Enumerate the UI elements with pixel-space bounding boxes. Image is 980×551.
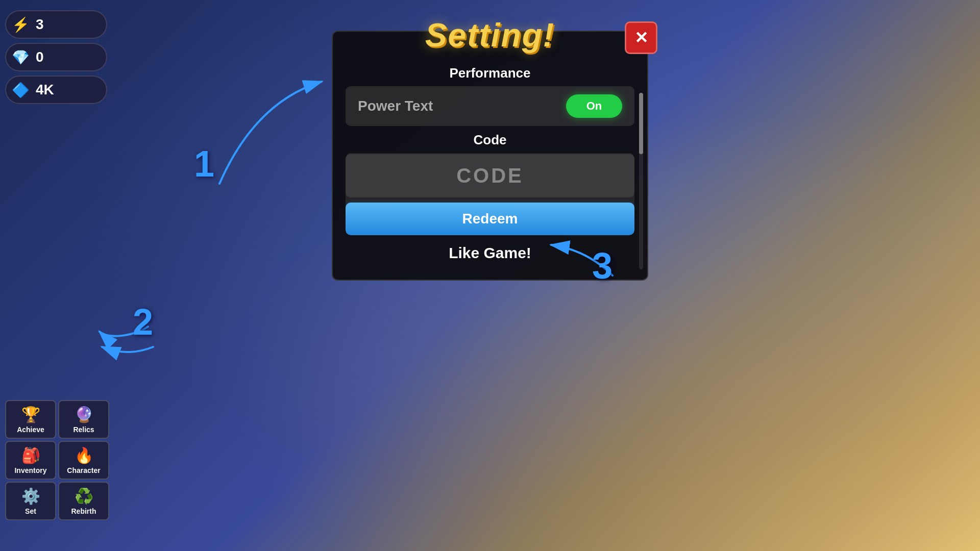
code-input-box[interactable]: CODE <box>346 154 634 197</box>
modal-title-area: Setting! <box>333 16 647 54</box>
performance-row: Power Text On <box>346 86 634 126</box>
code-placeholder: CODE <box>456 164 524 187</box>
power-text-label: Power Text <box>358 98 433 114</box>
performance-section-label: Performance <box>346 59 634 86</box>
redeem-button[interactable]: Redeem <box>346 203 634 235</box>
close-button[interactable]: ✕ <box>625 21 657 54</box>
modal-body: Performance Power Text On Code CODE Rede… <box>333 54 647 264</box>
settings-modal: Setting! ✕ Performance Power Text On Cod… <box>332 31 648 281</box>
power-text-toggle[interactable]: On <box>566 94 622 118</box>
scrollbar-thumb[interactable] <box>639 93 643 154</box>
like-game-label: Like Game! <box>346 235 634 264</box>
code-section-label: Code <box>346 126 634 153</box>
modal-overlay: Setting! ✕ Performance Power Text On Cod… <box>0 0 980 551</box>
scrollbar[interactable] <box>639 93 643 269</box>
code-section: CODE Redeem <box>346 153 634 235</box>
modal-title: Setting! <box>425 16 555 54</box>
